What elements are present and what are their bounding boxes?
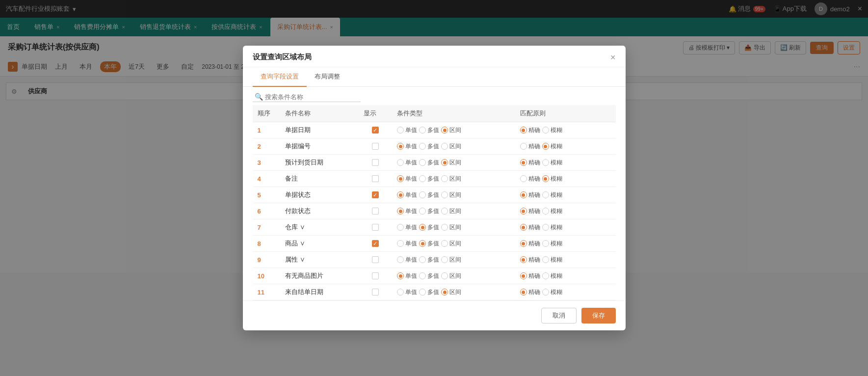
settings-dialog: 设置查询区域布局 × 查询字段设置 布局调整 🔍 顺序 [243, 46, 626, 273]
cell-seq: 5 [253, 187, 281, 203]
type-range-radio[interactable]: 区间 [441, 126, 461, 134]
table-row: 10有无商品图片 单值 多值 区间 精确 [253, 268, 616, 273]
display-checkbox[interactable] [372, 208, 379, 215]
display-checkbox[interactable] [372, 175, 379, 182]
type-single-radio[interactable]: 单值 [397, 126, 417, 134]
type-multi-radio[interactable]: 多值 [419, 256, 439, 264]
match-fuzzy-radio[interactable]: 模糊 [542, 223, 562, 232]
match-fuzzy-radio[interactable]: 模糊 [542, 191, 562, 199]
match-exact-radio[interactable]: 精确 [520, 175, 540, 183]
cell-match: 精确 模糊 [515, 203, 616, 219]
type-range-radio[interactable]: 区间 [441, 272, 461, 273]
type-multi-radio[interactable]: 多值 [419, 142, 439, 151]
type-multi-radio[interactable]: 多值 [419, 191, 439, 199]
cell-display [359, 268, 392, 273]
search-input[interactable] [265, 93, 353, 101]
type-range-radio[interactable]: 区间 [441, 159, 461, 167]
match-fuzzy-radio[interactable]: 模糊 [542, 272, 562, 273]
type-range-radio[interactable]: 区间 [441, 175, 461, 183]
type-range-radio[interactable]: 区间 [441, 223, 461, 232]
type-range-radio[interactable]: 区间 [441, 142, 461, 151]
type-single-radio[interactable]: 单值 [397, 223, 417, 232]
display-checkbox[interactable] [372, 127, 379, 134]
type-range-radio[interactable]: 区间 [441, 256, 461, 264]
display-checkbox[interactable] [372, 240, 379, 247]
cell-name: 仓库 ∨ [280, 219, 358, 236]
dialog-title: 设置查询区域布局 [253, 53, 312, 62]
match-fuzzy-radio[interactable]: 模糊 [542, 207, 562, 215]
table-row: 1单据日期 单值 多值 区间 精确 [253, 122, 616, 138]
type-multi-radio[interactable]: 多值 [419, 240, 439, 248]
type-single-radio[interactable]: 单值 [397, 240, 417, 248]
overlay: 设置查询区域布局 × 查询字段设置 布局调整 🔍 顺序 [0, 0, 868, 273]
type-single-radio[interactable]: 单值 [397, 256, 417, 264]
type-single-radio[interactable]: 单值 [397, 191, 417, 199]
type-multi-radio[interactable]: 多值 [419, 223, 439, 232]
type-single-radio[interactable]: 单值 [397, 142, 417, 151]
match-exact-radio[interactable]: 精确 [520, 126, 540, 134]
display-checkbox[interactable] [372, 224, 379, 231]
match-fuzzy-radio[interactable]: 模糊 [542, 240, 562, 248]
th-display: 显示 [359, 105, 392, 122]
display-checkbox[interactable] [372, 143, 379, 150]
type-single-radio[interactable]: 单值 [397, 207, 417, 215]
match-fuzzy-radio[interactable]: 模糊 [542, 142, 562, 151]
type-multi-radio[interactable]: 多值 [419, 159, 439, 167]
type-multi-radio[interactable]: 多值 [419, 175, 439, 183]
cell-name: 单据日期 [280, 122, 358, 138]
display-checkbox[interactable] [372, 159, 379, 166]
type-range-radio[interactable]: 区间 [441, 240, 461, 248]
cell-match: 精确 模糊 [515, 122, 616, 138]
match-fuzzy-radio[interactable]: 模糊 [542, 159, 562, 167]
type-single-radio[interactable]: 单值 [397, 159, 417, 167]
dialog-tabs: 查询字段设置 布局调整 [243, 67, 626, 87]
cell-type: 单值 多值 区间 [392, 155, 515, 171]
match-exact-radio[interactable]: 精确 [520, 159, 540, 167]
match-exact-radio[interactable]: 精确 [520, 240, 540, 248]
cell-match: 精确 模糊 [515, 219, 616, 236]
match-exact-radio[interactable]: 精确 [520, 191, 540, 199]
dialog-tab-layout[interactable]: 布局调整 [307, 67, 348, 87]
cell-display [359, 171, 392, 187]
cell-match: 精确 模糊 [515, 155, 616, 171]
dialog-tab-query[interactable]: 查询字段设置 [253, 67, 307, 87]
table-row: 4备注 单值 多值 区间 精确 [253, 171, 616, 187]
cell-name: 备注 [280, 171, 358, 187]
table-header-row: 顺序 条件名称 显示 条件类型 匹配原则 [253, 105, 616, 122]
match-exact-radio[interactable]: 精确 [520, 207, 540, 215]
match-exact-radio[interactable]: 精确 [520, 256, 540, 264]
display-checkbox[interactable] [372, 272, 379, 273]
cell-name: 属性 ∨ [280, 252, 358, 268]
cell-type: 单值 多值 区间 [392, 219, 515, 236]
cell-seq: 6 [253, 203, 281, 219]
cell-match: 精确 模糊 [515, 252, 616, 268]
type-single-radio[interactable]: 单值 [397, 272, 417, 273]
type-multi-radio[interactable]: 多值 [419, 207, 439, 215]
match-fuzzy-radio[interactable]: 模糊 [542, 126, 562, 134]
cell-type: 单值 多值 区间 [392, 203, 515, 219]
match-exact-radio[interactable]: 精确 [520, 223, 540, 232]
cell-name: 预计到货日期 [280, 155, 358, 171]
type-multi-radio[interactable]: 多值 [419, 126, 439, 134]
match-exact-radio[interactable]: 精确 [520, 272, 540, 273]
match-fuzzy-radio[interactable]: 模糊 [542, 256, 562, 264]
type-single-radio[interactable]: 单值 [397, 175, 417, 183]
cell-display [359, 252, 392, 268]
th-name: 条件名称 [280, 105, 358, 122]
cell-name: 商品 ∨ [280, 236, 358, 252]
cell-seq: 7 [253, 219, 281, 236]
cell-name: 有无商品图片 [280, 268, 358, 273]
dialog-close-btn[interactable]: × [610, 53, 616, 62]
type-multi-radio[interactable]: 多值 [419, 272, 439, 273]
match-fuzzy-radio[interactable]: 模糊 [542, 175, 562, 183]
type-range-radio[interactable]: 区间 [441, 191, 461, 199]
cell-display [359, 203, 392, 219]
cell-type: 单值 多值 区间 [392, 187, 515, 203]
match-exact-radio[interactable]: 精确 [520, 142, 540, 151]
cell-seq: 8 [253, 236, 281, 252]
cell-type: 单值 多值 区间 [392, 252, 515, 268]
display-checkbox[interactable] [372, 191, 379, 198]
cell-match: 精确 模糊 [515, 187, 616, 203]
type-range-radio[interactable]: 区间 [441, 207, 461, 215]
display-checkbox[interactable] [372, 256, 379, 263]
